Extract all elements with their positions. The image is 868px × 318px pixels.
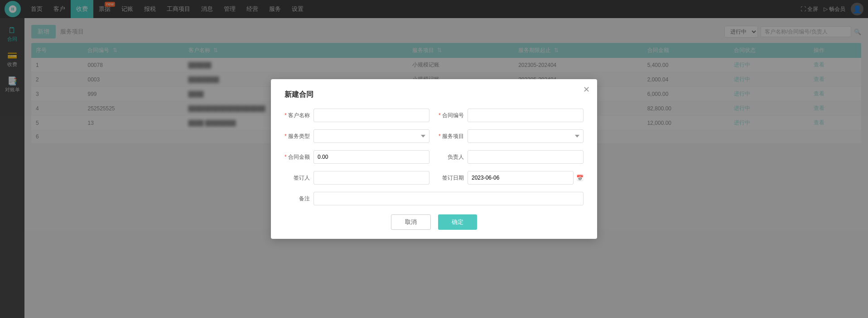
signer-field: 签订人	[285, 171, 429, 185]
amount-input[interactable]	[313, 150, 429, 164]
customer-label: 客户名称	[285, 112, 310, 119]
sign-date-label: 签订日期	[439, 174, 464, 182]
form-row-1: 客户名称 合同编号	[285, 109, 583, 122]
service-type-field: 服务类型	[285, 129, 429, 143]
sign-date-field: 签订日期 📅	[439, 171, 583, 185]
service-item-select-wrap	[468, 129, 583, 143]
modal-close-button[interactable]: ✕	[583, 85, 590, 94]
service-item-select[interactable]	[468, 129, 583, 143]
customer-field: 客户名称	[285, 109, 429, 122]
new-contract-modal: 新建合同 ✕ 客户名称 合同编号 服务类型 服务项目	[271, 79, 597, 239]
contract-no-input[interactable]	[468, 109, 583, 122]
form-row-3: 合同金额 负责人	[285, 150, 583, 164]
person-label: 负责人	[439, 153, 464, 161]
service-type-label: 服务类型	[285, 133, 310, 140]
service-item-field: 服务项目	[439, 129, 583, 143]
service-type-select-wrap	[313, 129, 429, 143]
form-row-2: 服务类型 服务项目	[285, 129, 583, 143]
contract-no-field: 合同编号	[439, 109, 583, 122]
service-type-select[interactable]	[313, 129, 429, 143]
signer-input[interactable]	[313, 171, 429, 185]
signer-label: 签订人	[285, 174, 310, 182]
note-field: 备注	[285, 192, 583, 205]
cancel-button[interactable]: 取消	[391, 214, 431, 230]
amount-field: 合同金额	[285, 150, 429, 164]
note-input[interactable]	[313, 192, 583, 205]
amount-label: 合同金额	[285, 153, 310, 161]
note-label: 备注	[285, 195, 310, 203]
form-row-5: 备注	[285, 192, 583, 205]
confirm-button[interactable]: 确定	[438, 214, 477, 230]
form-row-4: 签订人 签订日期 📅	[285, 171, 583, 185]
service-item-label: 服务项目	[439, 133, 464, 140]
contract-no-label: 合同编号	[439, 112, 464, 119]
modal-footer: 取消 确定	[285, 214, 583, 230]
calendar-icon[interactable]: 📅	[576, 175, 583, 181]
person-field: 负责人	[439, 150, 583, 164]
customer-input[interactable]	[313, 109, 429, 122]
modal-title: 新建合同	[285, 90, 583, 100]
sign-date-input[interactable]	[468, 171, 574, 185]
modal-overlay: 新建合同 ✕ 客户名称 合同编号 服务类型 服务项目	[0, 0, 868, 318]
person-input[interactable]	[468, 150, 583, 164]
